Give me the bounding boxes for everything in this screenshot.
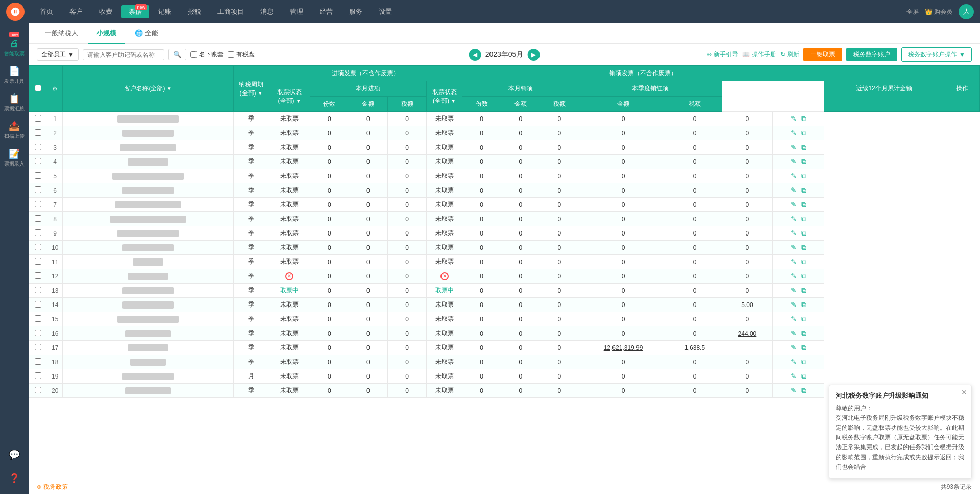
row-checkbox[interactable]: [29, 284, 47, 298]
edit-btn[interactable]: ✎: [791, 129, 797, 137]
row-checkbox[interactable]: [29, 212, 47, 226]
copy-btn[interactable]: ⧉: [801, 272, 806, 280]
employee-select[interactable]: 全部员工 ▼: [37, 48, 79, 61]
tab-general-taxpayer[interactable]: 一般纳税人: [37, 23, 86, 44]
edit-btn[interactable]: ✎: [791, 329, 797, 337]
row-checkbox[interactable]: [29, 326, 47, 341]
edit-btn[interactable]: ✎: [791, 200, 797, 208]
nav-home[interactable]: 首页: [33, 5, 60, 18]
tab-small-scale[interactable]: 小规模: [88, 23, 125, 44]
member-btn[interactable]: 👑 购会员: [925, 8, 952, 16]
copy-btn[interactable]: ⧉: [801, 343, 806, 351]
row-checkbox[interactable]: [29, 126, 47, 140]
edit-btn[interactable]: ✎: [791, 215, 797, 223]
row-select-checkbox[interactable]: [35, 244, 41, 250]
next-month-btn[interactable]: ▶: [527, 49, 540, 61]
edit-btn[interactable]: ✎: [791, 172, 797, 180]
edit-btn[interactable]: ✎: [791, 386, 797, 394]
edit-btn[interactable]: ✎: [791, 229, 797, 237]
has-tax-disk-checkbox[interactable]: [228, 51, 234, 58]
row-select-checkbox[interactable]: [35, 201, 41, 207]
row-select-checkbox[interactable]: [35, 301, 41, 308]
row-checkbox[interactable]: [29, 183, 47, 198]
sidebar-item-ticket-entry[interactable]: 📝 票据录入: [0, 144, 29, 172]
prev-month-btn[interactable]: ◀: [469, 49, 481, 61]
under-account-checkbox-label[interactable]: 名下账套: [190, 50, 224, 59]
edit-btn[interactable]: ✎: [791, 372, 797, 380]
copy-btn[interactable]: ⧉: [801, 186, 806, 194]
row-select-checkbox[interactable]: [35, 172, 41, 179]
search-button[interactable]: 🔍: [168, 49, 186, 60]
row-select-checkbox[interactable]: [35, 158, 41, 164]
row-checkbox[interactable]: [29, 155, 47, 169]
sidebar-item-ticket-summary[interactable]: 📋 票据汇总: [0, 89, 29, 116]
edit-btn[interactable]: ✎: [791, 157, 797, 166]
nav-tax[interactable]: 报税: [181, 5, 208, 18]
edit-btn[interactable]: ✎: [791, 243, 797, 251]
row-select-checkbox[interactable]: [35, 229, 41, 236]
has-tax-disk-checkbox-label[interactable]: 有税盘: [228, 50, 255, 59]
copy-btn[interactable]: ⧉: [801, 300, 806, 309]
row-select-checkbox[interactable]: [35, 372, 41, 379]
nav-service[interactable]: 服务: [342, 5, 370, 18]
sidebar-item-scan-upload[interactable]: 📤 扫描上传: [0, 116, 29, 144]
row-checkbox[interactable]: [29, 140, 47, 155]
sidebar-item-help[interactable]: ❓: [7, 468, 22, 488]
row-checkbox[interactable]: [29, 341, 47, 355]
quick-ticket-btn[interactable]: 一键取票: [803, 48, 842, 61]
copy-btn[interactable]: ⧉: [801, 129, 806, 137]
row-checkbox[interactable]: [29, 112, 47, 126]
nav-management[interactable]: 管理: [283, 5, 310, 18]
row-checkbox[interactable]: [29, 226, 47, 241]
new-guide-link[interactable]: ⊕ 新手引导: [707, 50, 738, 59]
nav-accounting[interactable]: 记账: [151, 5, 179, 18]
row-checkbox[interactable]: [29, 241, 47, 255]
customer-search-input[interactable]: [83, 49, 164, 60]
sidebar-item-smart-ticket[interactable]: new 🖨 智能取票: [0, 28, 29, 61]
copy-btn[interactable]: ⧉: [801, 143, 806, 151]
edit-btn[interactable]: ✎: [791, 143, 797, 151]
copy-btn[interactable]: ⧉: [801, 215, 806, 223]
row-select-checkbox[interactable]: [35, 272, 41, 279]
row-checkbox[interactable]: [29, 355, 47, 369]
copy-btn[interactable]: ⧉: [801, 386, 806, 394]
copy-btn[interactable]: ⧉: [801, 157, 806, 166]
row-select-checkbox[interactable]: [35, 129, 41, 136]
row-select-checkbox[interactable]: [35, 330, 41, 336]
copy-btn[interactable]: ⧉: [801, 286, 806, 294]
row-select-checkbox[interactable]: [35, 186, 41, 193]
copy-btn[interactable]: ⧉: [801, 372, 806, 380]
edit-btn[interactable]: ✎: [791, 186, 797, 194]
tab-all-capable[interactable]: 🌐 全能: [127, 23, 166, 44]
nav-message[interactable]: 消息: [253, 5, 281, 18]
refresh-link[interactable]: ↻ 刷新: [780, 50, 799, 59]
row-checkbox[interactable]: [29, 384, 47, 398]
edit-btn[interactable]: ✎: [791, 358, 797, 366]
row-checkbox[interactable]: [29, 255, 47, 269]
row-select-checkbox[interactable]: [35, 315, 41, 322]
fullscreen-btn[interactable]: ⛶ 全屏: [898, 8, 918, 16]
nav-settings[interactable]: 设置: [372, 5, 399, 18]
tax-digital-ops-btn[interactable]: 税务数字账户操作 ▼: [901, 47, 972, 62]
sidebar-item-invoice-open[interactable]: 📄 发票开具: [0, 61, 29, 89]
tax-digital-account-btn[interactable]: 税务数字账户: [846, 48, 897, 61]
copy-btn[interactable]: ⧉: [801, 114, 806, 123]
edit-btn[interactable]: ✎: [791, 114, 797, 123]
edit-btn[interactable]: ✎: [791, 272, 797, 280]
copy-btn[interactable]: ⧉: [801, 358, 806, 366]
row-select-checkbox[interactable]: [35, 115, 41, 122]
copy-btn[interactable]: ⧉: [801, 257, 806, 266]
row-checkbox[interactable]: [29, 169, 47, 183]
under-account-checkbox[interactable]: [190, 51, 197, 58]
row-select-checkbox[interactable]: [35, 258, 41, 265]
nav-customer[interactable]: 客户: [62, 5, 90, 18]
select-all-checkbox[interactable]: [35, 85, 41, 91]
tax-policy-link[interactable]: ⊙ 税务政策: [37, 483, 68, 491]
copy-btn[interactable]: ⧉: [801, 329, 806, 337]
copy-btn[interactable]: ⧉: [801, 243, 806, 251]
copy-btn[interactable]: ⧉: [801, 172, 806, 180]
nav-operation[interactable]: 经营: [312, 5, 340, 18]
edit-btn[interactable]: ✎: [791, 257, 797, 266]
row-select-checkbox[interactable]: [35, 344, 41, 350]
edit-btn[interactable]: ✎: [791, 315, 797, 323]
